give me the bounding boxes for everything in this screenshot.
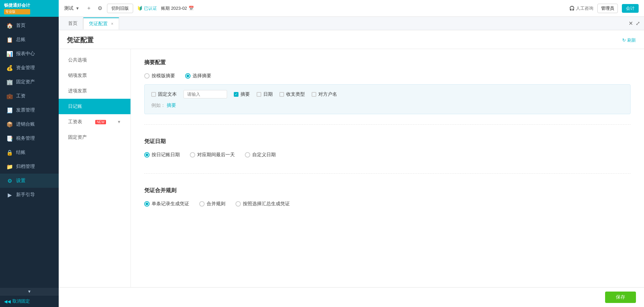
- sidebar-label-archive: 归档管理: [16, 164, 35, 170]
- checkmark-icon: ✓: [235, 92, 237, 96]
- tab-home[interactable]: 首页: [63, 18, 83, 29]
- radio-merge-rule-label: 合并规则: [207, 201, 225, 207]
- checkbox-fixed-text[interactable]: 固定文本: [151, 91, 177, 97]
- radio-single-record[interactable]: 单条记录生成凭证: [144, 201, 189, 207]
- checkbox-date-label: 日期: [263, 91, 273, 97]
- radio-select-summary-label: 按照选择汇总生成凭证: [243, 201, 290, 207]
- sidebar-item-settings[interactable]: ⚙ 设置: [0, 174, 59, 188]
- sidebar-item-invoice[interactable]: 🧾 发票管理: [0, 103, 59, 117]
- tab-voucher-config-label: 凭证配置: [89, 21, 108, 26]
- radio-select-label: 选择摘要: [193, 73, 211, 79]
- merge-radio-group: 单条记录生成凭证 合并规则 按照选择汇总生成凭证: [144, 201, 631, 207]
- sidebar-item-report[interactable]: 📊 报表中心: [0, 47, 59, 61]
- sidebar-item-sales_ledger[interactable]: 📦 进销台账: [0, 117, 59, 131]
- summary-config-box: 固定文本 ✓ 摘要: [144, 84, 631, 114]
- config-nav-fixed_asset[interactable]: 固定资产: [59, 130, 130, 145]
- sidebar-item-payroll[interactable]: 💼 工资: [0, 89, 59, 103]
- config-nav-public[interactable]: 公共选项: [59, 52, 130, 68]
- topbar-right: 🎧 人工咨询 管理员 会计: [569, 4, 639, 13]
- report-icon: 📊: [7, 51, 13, 57]
- fixed-text-input[interactable]: [183, 90, 227, 98]
- topbar: 测试 ▼ ＋ ⚙ 切到旧版 🔰 已认证 账期 2023-02 📅 🎧: [59, 0, 644, 17]
- config-nav-inner: 固定资产: [68, 134, 121, 140]
- add-button[interactable]: ＋: [85, 3, 93, 13]
- sidebar-label-tax: 税务管理: [16, 135, 35, 141]
- date-section-title: 凭证日期: [144, 138, 631, 145]
- cancel-fixed-label: 取消固定: [12, 298, 30, 304]
- radio-circle-period: [190, 152, 195, 158]
- radio-circle-select-summary: [235, 201, 241, 207]
- settings-gear-icon[interactable]: ⚙: [96, 4, 104, 13]
- date-radio-group: 按日记账日期 对应期间最后一天 自定义日期: [144, 152, 631, 158]
- radio-merge-rule[interactable]: 合并规则: [199, 201, 225, 207]
- chevron-down-icon: ▼: [75, 6, 79, 11]
- sidebar-item-close[interactable]: 🔒 结账: [0, 145, 59, 160]
- content-area: 凭证配置 ↻ 刷新 公共选项销项发票进项发票日记账工资表 NEW ▼固定资产 摘…: [59, 30, 644, 307]
- save-button[interactable]: 保存: [605, 292, 636, 303]
- checkbox-box-date: [257, 92, 261, 97]
- config-nav-purchase[interactable]: 进项发票: [59, 83, 130, 99]
- sidebar-scroll-down[interactable]: ▼: [0, 288, 59, 295]
- project-name: 测试: [64, 5, 73, 11]
- merge-section: 凭证合并规则 单条记录生成凭证 合并规则: [144, 187, 631, 222]
- page-title: 凭证配置: [67, 36, 94, 45]
- accountant-button[interactable]: 会计: [622, 4, 639, 13]
- checkbox-date[interactable]: 日期: [257, 91, 273, 97]
- config-nav-payroll[interactable]: 工资表 NEW ▼: [59, 114, 130, 130]
- calendar-icon[interactable]: 📅: [189, 6, 194, 11]
- period-display: 账期 2023-02 📅: [161, 5, 194, 11]
- funds-icon: 💰: [7, 65, 13, 71]
- checkbox-box-summary: ✓: [234, 92, 238, 97]
- refresh-button[interactable]: ↻ 刷新: [622, 37, 636, 43]
- checkbox-income-type[interactable]: 收支类型: [279, 91, 305, 97]
- cancel-fixed-button[interactable]: ◀◀ 取消固定: [4, 298, 55, 304]
- radio-circle-custom: [245, 152, 250, 158]
- sidebar-label-report: 报表中心: [16, 51, 35, 57]
- tax-icon: 📑: [7, 135, 13, 141]
- config-nav-journal[interactable]: 日记账: [59, 99, 130, 114]
- radio-dot-select: [186, 75, 189, 77]
- new-badge: NEW: [95, 120, 106, 124]
- sidebar-item-home[interactable]: 🏠 首页: [0, 18, 59, 33]
- radio-period-last[interactable]: 对应期间最后一天: [190, 152, 235, 158]
- window-expand-button[interactable]: ⤢: [636, 20, 640, 27]
- radio-template-summary[interactable]: 按模版摘要: [144, 73, 175, 79]
- tab-close-icon[interactable]: ×: [111, 21, 113, 26]
- radio-custom-date[interactable]: 自定义日期: [245, 152, 276, 158]
- tab-voucher-config[interactable]: 凭证配置 ×: [83, 17, 119, 30]
- refresh-icon: ↻: [622, 38, 626, 43]
- refresh-label: 刷新: [627, 37, 636, 43]
- guide-icon: ▶: [7, 192, 13, 198]
- home-icon: 🏠: [7, 23, 13, 29]
- radio-dot-single: [146, 203, 148, 205]
- radio-circle-template: [144, 73, 150, 79]
- main-area: 测试 ▼ ＋ ⚙ 切到旧版 🔰 已认证 账期 2023-02 📅 🎧: [59, 0, 644, 307]
- summary-section-title: 摘要配置: [144, 59, 631, 66]
- config-nav-inner: 公共选项: [68, 57, 121, 63]
- tabbar: 首页 凭证配置 × ✕ ⤢: [59, 17, 644, 30]
- radio-circle-merge: [199, 201, 205, 207]
- radio-select-summary-merge[interactable]: 按照选择汇总生成凭证: [235, 201, 290, 207]
- radio-circle-journal: [144, 152, 150, 158]
- sidebar-item-guide[interactable]: ▶ 新手引导: [0, 188, 59, 202]
- checkbox-summary[interactable]: ✓ 摘要: [234, 91, 250, 97]
- radio-circle-single: [144, 201, 150, 207]
- config-nav-inner: 日记账: [68, 103, 121, 109]
- sidebar-item-archive[interactable]: 📁 归档管理: [0, 160, 59, 174]
- date-section: 凭证日期 按日记账日期 对应期间最后一天: [144, 138, 631, 174]
- sidebar-item-ledger[interactable]: 📋 总账: [0, 33, 59, 47]
- sidebar-item-fixed_assets[interactable]: 🏢 固定资产: [0, 75, 59, 89]
- window-close-button[interactable]: ✕: [629, 20, 633, 27]
- certified-badge: 🔰 已认证: [137, 5, 157, 11]
- admin-button[interactable]: 管理员: [597, 4, 618, 13]
- sidebar-item-funds[interactable]: 💰 资金管理: [0, 61, 59, 75]
- project-selector[interactable]: 测试 ▼: [64, 5, 79, 11]
- human-consult-button[interactable]: 🎧 人工咨询: [569, 5, 593, 11]
- sidebar-label-invoice: 发票管理: [16, 107, 35, 113]
- config-nav-sales[interactable]: 销项发票: [59, 68, 130, 83]
- radio-journal-date[interactable]: 按日记账日期: [144, 152, 180, 158]
- sidebar-item-tax[interactable]: 📑 税务管理: [0, 131, 59, 145]
- radio-select-summary[interactable]: 选择摘要: [185, 73, 211, 79]
- checkbox-counterpart[interactable]: 对方户名: [312, 91, 337, 97]
- switch-old-button[interactable]: 切到旧版: [107, 4, 133, 13]
